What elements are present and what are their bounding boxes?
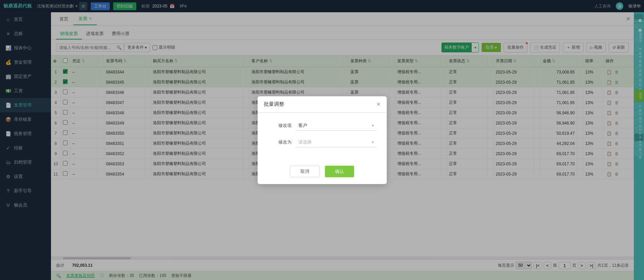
modal-close-btn[interactable]: ✕ [376,101,381,108]
form-row-modify-field: 修改项 客户 ▾ [268,121,377,131]
modify-field-select[interactable]: 客户 ▾ [296,121,377,131]
modify-to-dropdown-icon: ▾ [372,140,377,145]
modal-body: 修改项 客户 ▾ 修改为 请选择 ▾ [258,113,387,162]
confirm-btn[interactable]: 确认 [325,166,354,177]
modify-to-select[interactable]: 请选择 ▾ [296,137,377,147]
modify-to-placeholder: 请选择 [296,139,372,145]
cancel-btn[interactable]: 取消 [290,166,320,177]
modal-header: 批量调整 ✕ [258,96,387,113]
modify-to-label: 修改为 [268,139,292,145]
modal-footer: 取消 确认 [258,162,387,184]
modal-overlay: 批量调整 ✕ 修改项 客户 ▾ 修改为 请选择 ▾ 取消 确认 [0,0,644,280]
modify-field-dropdown-icon: ▾ [372,123,377,128]
modify-field-value: 客户 [296,122,372,129]
modal-title: 批量调整 [264,101,284,108]
modify-field-label: 修改项 [268,122,292,129]
form-row-modify-to: 修改为 请选择 ▾ [268,137,377,147]
batch-adjust-modal: 批量调整 ✕ 修改项 客户 ▾ 修改为 请选择 ▾ 取消 确认 [258,96,387,184]
